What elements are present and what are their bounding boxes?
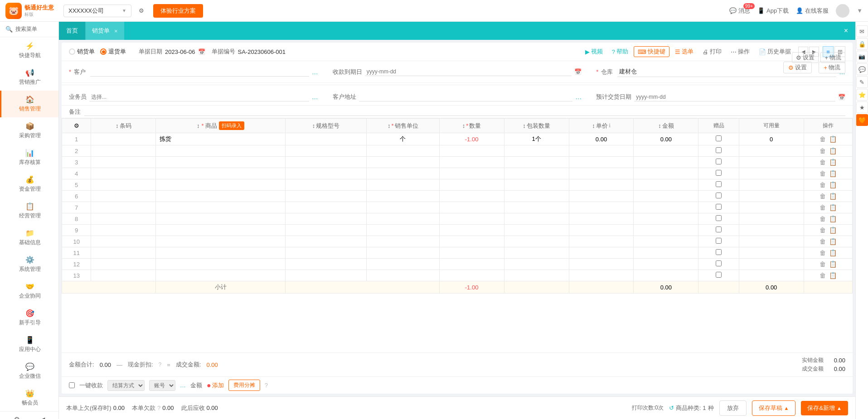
refresh-icon[interactable]: ↺ — [669, 405, 674, 411]
print-btn[interactable]: 🖨 打印 — [699, 47, 725, 57]
sidebar-collapse-btn[interactable]: ◀ — [39, 415, 45, 419]
logistics-top-btn[interactable]: + 物流 — [819, 62, 845, 73]
salesperson-dots-btn[interactable]: … — [312, 93, 318, 101]
radio-sales-order[interactable]: 销货单 — [69, 48, 95, 56]
copy-row-btn[interactable]: 📋 — [828, 147, 838, 154]
expense-btn[interactable]: 费用分摊 — [228, 380, 260, 391]
float-btn-2[interactable]: 🔒 — [856, 38, 868, 50]
delete-row-btn[interactable]: 🗑 — [819, 272, 827, 279]
save-new-button[interactable]: 保存&新增 ▲ — [801, 401, 848, 415]
sidebar-item-system[interactable]: ⚙️ 系统管理 — [0, 251, 58, 278]
copy-row-btn[interactable]: 📋 — [828, 260, 838, 268]
copy-row-btn[interactable]: 📋 — [828, 170, 838, 177]
delete-row-btn[interactable]: 🗑 — [819, 238, 827, 245]
copy-row-btn[interactable]: 📋 — [828, 135, 838, 143]
delete-row-btn[interactable]: 🗑 — [819, 226, 827, 234]
copy-row-btn[interactable]: 📋 — [828, 272, 838, 279]
account-select[interactable]: 账号 — [149, 380, 175, 391]
float-btn-1[interactable]: ✉ — [856, 25, 868, 37]
copy-row-btn[interactable]: 📋 — [828, 159, 838, 166]
settings-top-btn[interactable]: ⚙ 设置 — [783, 62, 812, 73]
sidebar-item-inventory[interactable]: 📊 库存核算 — [0, 144, 58, 171]
trial-button[interactable]: 体验行业方案 — [153, 4, 203, 18]
calendar-icon[interactable]: 📅 — [198, 48, 205, 55]
copy-row-btn[interactable]: 📋 — [828, 249, 838, 256]
help-question-icon[interactable]: ? — [265, 382, 268, 389]
sidebar-item-basics[interactable]: 📁 基础信息 — [0, 224, 58, 251]
video-btn[interactable]: ▶ 视频 — [582, 47, 606, 57]
delete-row-btn[interactable]: 🗑 — [819, 159, 827, 166]
copy-row-btn[interactable]: 📋 — [828, 238, 838, 245]
message-btn[interactable]: 💬 消息 99+ — [729, 7, 750, 15]
copy-row-btn[interactable]: 📋 — [828, 204, 838, 211]
avatar[interactable] — [836, 4, 849, 18]
radio-return-order[interactable]: 退货单 — [100, 48, 126, 56]
question-icon[interactable]: ? — [159, 361, 162, 368]
due-date-input[interactable] — [365, 67, 572, 76]
sidebar-item-member[interactable]: 👑 畅会员 — [0, 385, 58, 411]
settings-gear-btn[interactable]: ⚙ — [135, 5, 148, 17]
customer-input[interactable] — [90, 67, 309, 77]
sidebar-search[interactable]: 🔍 搜索菜单 — [0, 22, 58, 37]
float-btn-3[interactable]: 📷 — [856, 51, 868, 63]
company-selector[interactable]: XXXXXX公司 ▼ — [63, 5, 131, 17]
delete-row-btn[interactable]: 🗑 — [819, 147, 827, 154]
float-btn-8[interactable]: 🧡 — [856, 114, 868, 126]
online-service-btn[interactable]: 👤 在线客服 — [796, 7, 829, 15]
delete-row-btn[interactable]: 🗑 — [819, 249, 827, 256]
tab-sales-order[interactable]: 销货单 × — [86, 22, 124, 40]
float-btn-7[interactable]: ★ — [856, 101, 868, 113]
delete-row-btn[interactable]: 🗑 — [819, 204, 827, 211]
operation-btn[interactable]: ⋯ 操作 — [727, 47, 753, 57]
customer-dots-btn[interactable]: … — [312, 68, 318, 76]
select-btn[interactable]: ☰ 选单 — [671, 47, 697, 57]
col-settings[interactable]: ⚙ — [62, 119, 91, 133]
copy-row-btn[interactable]: 📋 — [828, 215, 838, 222]
address-dots-btn[interactable]: … — [575, 93, 582, 101]
delete-row-btn[interactable]: 🗑 — [819, 215, 827, 222]
address-input[interactable] — [359, 92, 573, 101]
due-date-cal-icon[interactable]: 📅 — [574, 68, 582, 75]
sidebar-gear-btn[interactable]: ⚙ — [14, 415, 20, 419]
sidebar-item-apps[interactable]: 📱 应用中心 — [0, 331, 58, 358]
close-icon[interactable]: × — [114, 28, 118, 34]
app-download-btn[interactable]: 📱 App下载 — [757, 7, 789, 15]
sidebar-item-marketing[interactable]: 📢 营销推广 — [0, 64, 58, 91]
shortcut-btn[interactable]: ⌨ 快捷键 — [634, 46, 669, 57]
delivery-date-input[interactable] — [634, 93, 835, 101]
tab-home[interactable]: 首页 — [59, 22, 86, 40]
copy-row-btn[interactable]: 📋 — [828, 181, 838, 188]
delete-row-btn[interactable]: 🗑 — [819, 181, 827, 188]
sidebar-item-quick-nav[interactable]: ⚡ 快捷导航 — [0, 37, 58, 64]
delivery-cal-icon[interactable]: 📅 — [838, 94, 845, 101]
help-btn[interactable]: ? 帮助 — [608, 47, 632, 57]
delete-row-btn[interactable]: 🗑 — [819, 170, 827, 177]
salesperson-input[interactable] — [89, 93, 309, 101]
float-btn-4[interactable]: 💬 — [856, 63, 868, 75]
add-btn[interactable]: ● 添加 — [207, 381, 224, 390]
sidebar-item-wechat[interactable]: 💬 企业微信 — [0, 358, 58, 385]
sidebar-item-enterprise[interactable]: 🤝 企业协同 — [0, 278, 58, 304]
history-btn[interactable]: 📄 历史单据 — [755, 47, 795, 57]
delete-row-btn[interactable]: 🗑 — [819, 135, 827, 143]
scan-btn[interactable]: 扫码录入 — [219, 121, 244, 130]
save-draft-button[interactable]: 保存草稿 ▲ — [752, 400, 796, 416]
one-click-checkbox[interactable] — [69, 382, 75, 388]
copy-row-btn[interactable]: 📋 — [828, 226, 838, 234]
float-btn-6[interactable]: ⭐ — [856, 89, 868, 101]
copy-row-btn[interactable]: 📋 — [828, 193, 838, 200]
delete-row-btn[interactable]: 🗑 — [819, 193, 827, 200]
sidebar-item-purchase[interactable]: 📦 采购管理 — [0, 117, 58, 144]
delete-row-btn[interactable]: 🗑 — [819, 260, 827, 268]
sidebar-item-sales[interactable]: 🏠 销售管理 — [0, 91, 58, 117]
remark-input[interactable] — [84, 107, 845, 116]
total-debt-question[interactable]: ? — [157, 405, 160, 411]
dots-btn[interactable]: … — [180, 382, 186, 389]
user-chevron[interactable]: ▼ — [857, 7, 863, 14]
sidebar-item-finance[interactable]: 💰 资金管理 — [0, 171, 58, 197]
float-btn-5[interactable]: ✎ — [856, 76, 868, 88]
sidebar-item-guide[interactable]: 🎯 新手引导 — [0, 304, 58, 331]
sidebar-item-operations[interactable]: 📋 经营管理 — [0, 197, 58, 224]
discard-button[interactable]: 放弃 — [719, 400, 747, 416]
close-window-btn[interactable]: × — [840, 25, 852, 37]
